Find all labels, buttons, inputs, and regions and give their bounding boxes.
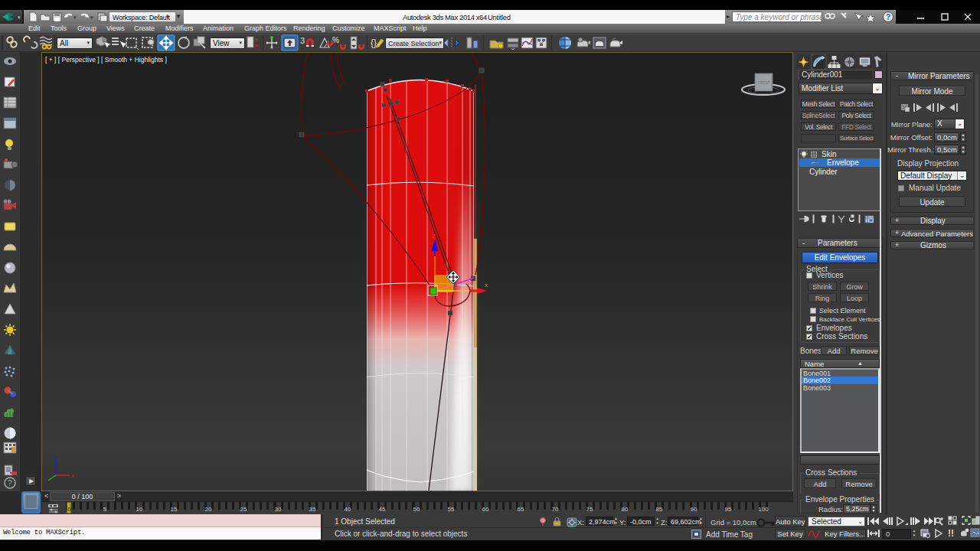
svg-text:{}: {} <box>371 37 377 48</box>
svg-text:x: x <box>71 472 74 479</box>
svg-text:[ + ] [ Perspective ] [ Smooth: [ + ] [ Perspective ] [ Smooth + Highlig… <box>45 56 167 64</box>
svg-text:%: % <box>332 36 339 44</box>
svg-text:x: x <box>485 282 488 289</box>
svg-text:FRONT: FRONT <box>758 81 770 85</box>
svg-text:▾: ▾ <box>90 15 93 20</box>
svg-text:?: ? <box>8 479 12 487</box>
svg-text:?: ? <box>886 13 890 21</box>
svg-text:Z: Z <box>432 233 436 240</box>
svg-text:!!: !! <box>948 528 954 539</box>
svg-text:▾: ▾ <box>74 15 77 20</box>
svg-text:z: z <box>54 455 57 461</box>
svg-text:3: 3 <box>300 36 305 45</box>
